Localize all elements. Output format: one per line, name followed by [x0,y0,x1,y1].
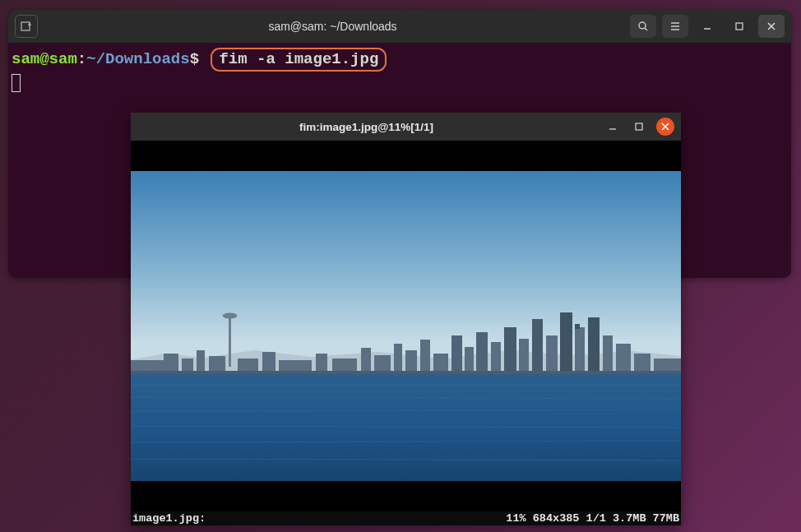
terminal-cursor [12,74,21,92]
svg-rect-13 [636,123,642,130]
svg-rect-38 [394,344,402,372]
svg-rect-48 [532,319,543,372]
maximize-button[interactable] [726,15,752,38]
prompt-path: ~/Downloads [86,50,189,68]
svg-line-4 [645,28,647,30]
svg-rect-46 [504,327,516,372]
fim-minimize-button[interactable] [604,118,622,136]
minimize-button[interactable] [694,15,720,38]
svg-point-3 [639,22,646,29]
svg-rect-27 [197,350,205,372]
svg-rect-36 [361,348,371,372]
svg-rect-47 [519,339,529,372]
svg-rect-45 [491,342,501,372]
svg-rect-57 [654,359,681,372]
svg-rect-50 [560,312,572,372]
terminal-body[interactable]: sam@sam:~/Downloads$ fim -a image1.jpg [8,43,791,97]
fim-window: fim:image1.jpg@11%[1/1] [131,113,681,525]
svg-rect-52 [575,324,580,329]
fim-statusbar: image1.jpg: 11% 684x385 1/1 3.7MB 77MB [131,511,681,525]
terminal-title: sam@sam: ~/Downloads [41,20,624,33]
image-content [131,171,681,481]
svg-rect-55 [616,344,631,372]
svg-rect-26 [182,359,193,372]
svg-rect-41 [433,354,448,372]
svg-rect-58 [131,371,681,374]
svg-rect-54 [603,335,613,372]
fim-titlebar: fim:image1.jpg@11%[1/1] [131,113,681,141]
svg-rect-51 [575,327,585,372]
new-tab-button[interactable] [15,15,38,38]
svg-rect-39 [405,350,417,372]
terminal-prompt-line: sam@sam:~/Downloads$ fim -a image1.jpg [12,48,788,72]
fim-maximize-button[interactable] [630,118,648,136]
svg-rect-25 [164,354,178,372]
svg-rect-0 [21,22,30,30]
svg-rect-33 [279,360,312,372]
fim-title: fim:image1.jpg@11%[1/1] [137,121,595,133]
menu-button[interactable] [662,15,688,38]
svg-rect-35 [332,359,357,372]
prompt-user: sam@sam [12,50,77,68]
svg-rect-31 [238,359,258,372]
fim-status-info: 11% 684x385 1/1 3.7MB 77MB [506,512,679,525]
svg-rect-37 [374,355,391,372]
svg-rect-42 [451,335,462,372]
svg-rect-32 [262,352,275,372]
search-button[interactable] [630,15,656,38]
svg-rect-9 [736,23,743,30]
svg-rect-44 [476,332,488,372]
svg-rect-34 [316,354,327,372]
svg-point-30 [223,313,238,319]
svg-rect-43 [465,347,474,372]
fim-close-button[interactable] [656,118,674,136]
fim-status-filename: image1.jpg: [132,512,206,525]
svg-rect-49 [546,335,558,372]
svg-rect-24 [131,360,164,372]
svg-rect-53 [588,317,600,372]
svg-rect-56 [634,354,651,372]
prompt-dollar: $ [190,50,199,68]
close-button[interactable] [758,15,785,38]
fim-image-area[interactable] [131,141,681,511]
command-highlighted: fim -a image1.jpg [211,48,387,72]
svg-rect-29 [229,317,231,367]
prompt-colon: : [77,50,86,68]
svg-rect-40 [420,340,430,372]
svg-rect-28 [209,356,225,372]
terminal-titlebar: sam@sam: ~/Downloads [8,10,791,43]
